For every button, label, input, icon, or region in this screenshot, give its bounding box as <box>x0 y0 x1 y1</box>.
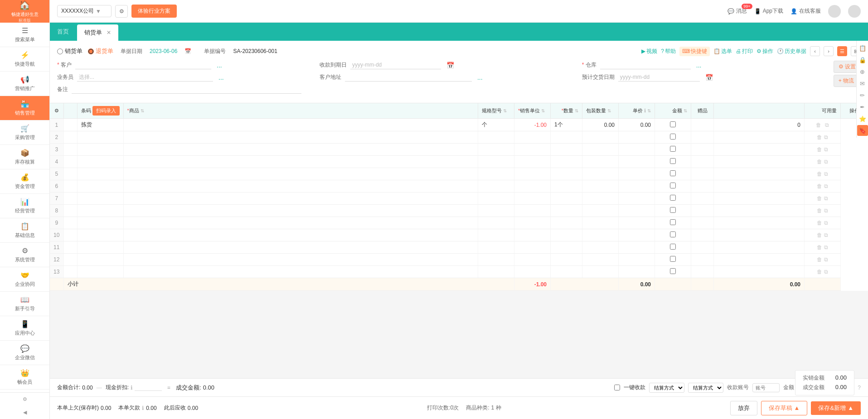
save-new-btn[interactable]: 保存&新增 ▲ <box>811 401 861 415</box>
prev-btn[interactable]: ‹ <box>810 46 820 56</box>
online-service-btn[interactable]: 👤 在线客服 <box>790 7 821 15</box>
copy-icon[interactable]: ⧉ <box>824 146 828 153</box>
col-settings[interactable]: ⚙ <box>50 103 63 119</box>
sidebar-settings-btn[interactable]: ⚙ <box>0 393 49 406</box>
copy-icon[interactable]: ⧉ <box>824 220 828 226</box>
right-panel-item-1[interactable]: 📋 <box>857 43 868 53</box>
right-panel-item-3[interactable]: ⊕ <box>857 66 868 77</box>
history-link[interactable]: 🕐 历史单据 <box>777 48 806 55</box>
company-select[interactable]: XXXXXX公司 ▼ <box>57 5 112 17</box>
total-owe-icon[interactable]: ℹ <box>142 405 144 411</box>
app-download-btn[interactable]: 📱 App下载 <box>754 7 783 15</box>
fee-help-icon[interactable]: ? <box>858 385 861 391</box>
sidebar-item-appstore[interactable]: 📱 应用中心 <box>0 316 49 341</box>
sidebar-item-member[interactable]: 👑 畅会员 <box>0 365 49 390</box>
row-qty[interactable]: -1.00 <box>514 119 551 131</box>
sidebar-collapse-btn[interactable]: ◀ <box>0 406 49 419</box>
print-link[interactable]: 🖨 打印 <box>736 48 753 55</box>
tab-sales[interactable]: 销货单 ✕ <box>77 24 118 41</box>
right-panel-item-5[interactable]: ✏ <box>857 90 868 101</box>
right-panel-item-6[interactable]: ✒ <box>857 101 868 112</box>
tab-close-icon[interactable]: ✕ <box>107 29 111 36</box>
radio-sale[interactable]: 销货单 <box>57 47 82 55</box>
customer-input[interactable] <box>75 61 211 69</box>
video-link[interactable]: ▶ 视频 <box>641 48 657 55</box>
delete-icon[interactable]: 🗑 <box>817 244 822 250</box>
row-pkg[interactable]: 1个 <box>551 119 582 131</box>
delete-icon[interactable]: 🗑 <box>817 159 822 165</box>
discount-info-icon[interactable]: ℹ <box>131 385 133 391</box>
discount-input[interactable] <box>135 384 162 391</box>
radio-return[interactable]: 退货单 <box>88 47 113 55</box>
sidebar-item-inventory[interactable]: 📦 库存核算 <box>0 145 49 169</box>
copy-icon[interactable]: ⧉ <box>824 269 828 275</box>
settings-btn[interactable]: ⚙ <box>115 5 128 18</box>
warehouse-dots[interactable]: ... <box>696 62 702 69</box>
due-date-calendar-icon[interactable]: 📅 <box>446 62 454 69</box>
row-amount[interactable]: 0.00 <box>619 119 655 131</box>
calendar-icon[interactable]: 📅 <box>184 48 191 54</box>
row-barcode[interactable] <box>63 119 77 131</box>
save-draft-btn[interactable]: 保存草稿 ▲ <box>761 401 808 415</box>
copy-icon[interactable]: ⧉ <box>824 207 828 214</box>
remark-input[interactable] <box>72 85 301 94</box>
expected-date-input[interactable] <box>618 73 700 82</box>
sidebar-item-wechat[interactable]: 💬 企业微信 <box>0 341 49 365</box>
next-btn[interactable]: › <box>824 46 834 56</box>
delete-icon[interactable]: 🗑 <box>817 171 822 177</box>
avatar[interactable] <box>828 5 841 18</box>
account-input[interactable] <box>752 383 780 392</box>
avatar2[interactable] <box>848 5 861 18</box>
delete-icon[interactable]: 🗑 <box>817 256 822 263</box>
delete-icon[interactable]: 🗑 <box>817 195 822 202</box>
salesperson-input[interactable] <box>77 73 213 82</box>
delete-icon[interactable]: 🗑 <box>817 146 822 153</box>
delete-icon[interactable]: 🗑 <box>817 232 822 238</box>
sidebar-item-basic[interactable]: 📋 基础信息 <box>0 218 49 243</box>
sidebar-item-finance[interactable]: 💰 资金管理 <box>0 169 49 194</box>
sidebar-item-sales[interactable]: 🏪 销售管理 <box>0 96 49 120</box>
select-link[interactable]: 📋 选单 <box>713 48 732 55</box>
delete-icon[interactable]: 🗑 <box>816 122 821 128</box>
sidebar-item-operations[interactable]: 📊 经营管理 <box>0 194 49 218</box>
warehouse-input[interactable]: 建材仓 <box>600 61 691 69</box>
operate-link[interactable]: ⚙ 操作 <box>756 48 773 55</box>
delete-icon[interactable]: 🗑 <box>817 220 822 226</box>
right-panel-item-7[interactable]: ⭐ <box>857 113 868 124</box>
delete-icon[interactable]: 🗑 <box>817 207 822 214</box>
help-link[interactable]: ? 帮助 <box>661 48 676 55</box>
row-price[interactable]: 0.00 <box>582 119 619 131</box>
expected-date-calendar-icon[interactable]: 📅 <box>705 74 713 81</box>
shortcut-link[interactable]: ⌨ 快捷键 <box>679 47 710 56</box>
price-info-icon[interactable]: ℹ <box>644 108 646 113</box>
copy-icon[interactable]: ⧉ <box>824 171 828 177</box>
scan-btn[interactable]: 扫码录入 <box>92 106 120 116</box>
sidebar-item-search[interactable]: ☰ 搜索菜单 <box>0 23 49 47</box>
right-panel-item-4[interactable]: ✉ <box>857 78 868 89</box>
message-btn[interactable]: 💬 消息 99+ <box>727 7 747 15</box>
cust-addr-dots[interactable]: ... <box>477 74 483 81</box>
row-unit[interactable]: 个 <box>478 119 514 131</box>
cust-addr-input[interactable] <box>345 73 472 82</box>
row-product[interactable]: 拣货 <box>77 119 123 131</box>
sidebar-item-marketing[interactable]: 📢 营销推广 <box>0 72 49 96</box>
abandon-btn[interactable]: 放弃 <box>730 401 757 415</box>
copy-icon[interactable]: ⧉ <box>824 195 828 202</box>
right-panel-item-8[interactable]: 🔖 <box>857 125 868 136</box>
copy-icon[interactable]: ⧉ <box>824 256 828 263</box>
delete-icon[interactable]: 🗑 <box>817 269 822 275</box>
delete-icon[interactable]: 🗑 <box>817 134 822 140</box>
calc-method-select[interactable]: 结算方式 <box>649 383 684 393</box>
copy-icon[interactable]: ⧉ <box>824 183 828 189</box>
customer-dots[interactable]: ... <box>217 62 222 69</box>
copy-icon[interactable]: ⧉ <box>824 159 828 165</box>
sidebar-item-collab[interactable]: 🤝 企业协同 <box>0 267 49 292</box>
one-click-pay-checkbox[interactable] <box>614 385 620 390</box>
copy-icon[interactable]: ⧉ <box>824 232 828 238</box>
row-gift[interactable] <box>655 119 691 131</box>
sidebar-item-system[interactable]: ⚙ 系统管理 <box>0 243 49 267</box>
copy-icon[interactable]: ⧉ <box>824 244 828 250</box>
summary-method-select[interactable]: 结算方式 <box>688 383 723 393</box>
row-spec[interactable] <box>123 119 478 131</box>
salesperson-dots[interactable]: ... <box>218 74 224 81</box>
